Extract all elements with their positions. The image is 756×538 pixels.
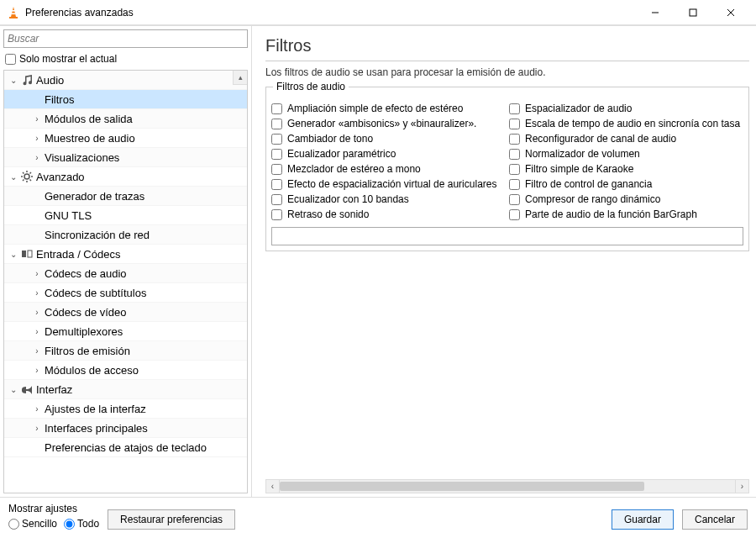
filter-checkbox[interactable]: Ecualizador paramétrico [271, 148, 506, 160]
scroll-track[interactable] [280, 479, 735, 493]
filter-checkbox-input[interactable] [509, 149, 520, 160]
close-button[interactable] [711, 1, 749, 24]
save-button[interactable]: Guardar [612, 509, 674, 530]
chevron-down-icon[interactable]: ⌄ [8, 172, 19, 182]
tree-item[interactable]: ›Módulos de salida [4, 109, 247, 129]
filter-checkbox[interactable]: Escala de tempo de audio en sincronía co… [509, 118, 743, 129]
horizontal-scrollbar[interactable]: ‹ › [265, 476, 749, 497]
svg-line-13 [23, 172, 24, 174]
chevron-right-icon[interactable]: › [31, 114, 43, 124]
filter-checkbox-input[interactable] [509, 209, 520, 220]
filter-checkbox-input[interactable] [271, 194, 282, 205]
chevron-right-icon[interactable]: › [31, 404, 43, 414]
filter-checkbox-input[interactable] [509, 179, 520, 190]
filter-checkbox-input[interactable] [271, 209, 282, 220]
tree-item[interactable]: Filtros [4, 90, 247, 109]
chevron-right-icon[interactable]: › [31, 269, 43, 278]
radio-all[interactable]: Todo [64, 518, 99, 530]
chevron-right-icon[interactable]: › [31, 153, 43, 162]
tree-item[interactable]: ›Códecs de vídeo [4, 303, 247, 322]
filter-checkbox[interactable]: Compresor de rango dinámico [509, 193, 743, 205]
filter-checkbox-input[interactable] [271, 149, 282, 160]
radio-all-input[interactable] [64, 519, 75, 530]
filter-checkbox-input[interactable] [509, 164, 520, 175]
search-input[interactable] [3, 29, 248, 48]
chevron-down-icon[interactable]: ⌄ [8, 76, 19, 85]
tree-item[interactable]: Generador de trazas [4, 187, 247, 206]
scroll-left-icon[interactable]: ‹ [265, 479, 280, 493]
filter-checkbox[interactable]: Retraso de sonido [271, 208, 506, 220]
tree-item[interactable]: ›Visualizaciones [4, 148, 247, 167]
divider [265, 61, 749, 61]
tree-item[interactable]: ⌄Avanzado [4, 167, 247, 187]
filter-checkbox-label: Mezclador de estéreo a mono [287, 163, 421, 175]
filter-checkbox-label: Normalizador de volumen [525, 148, 640, 160]
chevron-right-icon[interactable]: › [31, 288, 43, 298]
filter-checkbox-input[interactable] [271, 119, 282, 129]
chevron-right-icon[interactable]: › [31, 424, 43, 433]
filter-checkbox[interactable]: Espacializador de audio [509, 103, 743, 114]
tree-item[interactable]: Preferencias de atajos de teclado [4, 438, 247, 457]
filter-checkbox[interactable]: Mezclador de estéreo a mono [271, 163, 506, 175]
tree-item[interactable]: ›Interfaces principales [4, 419, 247, 438]
filter-checkbox[interactable]: Efecto de espacialización virtual de aur… [271, 178, 506, 190]
show-only-current-checkbox[interactable]: Solo mostrar el actual [0, 51, 251, 70]
tree-item[interactable]: ›Filtros de emisión [4, 341, 247, 361]
reset-preferences-button[interactable]: Restaurar preferencias [108, 509, 235, 530]
tree-item[interactable]: ⌄Interfaz [4, 380, 247, 399]
filter-checkbox-input[interactable] [509, 119, 520, 129]
radio-simple[interactable]: Sencillo [8, 518, 57, 530]
radio-simple-input[interactable] [8, 519, 19, 530]
tree-item[interactable]: ›Demultiplexores [4, 322, 247, 341]
chevron-right-icon[interactable]: › [31, 134, 43, 143]
tree-item[interactable]: ›Ajustes de la interfaz [4, 399, 247, 419]
filter-checkbox[interactable]: Reconfigurador de canal de audio [509, 133, 743, 145]
chevron-right-icon[interactable]: › [31, 346, 43, 356]
tree-item[interactable]: ⌄Entrada / Códecs [4, 245, 247, 264]
filter-checkbox-input[interactable] [509, 134, 520, 145]
filter-checkbox-input[interactable] [271, 179, 282, 190]
filter-checkbox-label: Escala de tempo de audio en sincronía co… [525, 118, 743, 129]
tree-item[interactable]: ›Códecs de audio [4, 264, 247, 283]
category-tree[interactable]: ⌄AudioFiltros›Módulos de salida›Muestreo… [4, 71, 247, 493]
tree-item[interactable]: ›Muestreo de audio [4, 129, 247, 148]
filter-checkbox[interactable]: Filtro simple de Karaoke [509, 163, 743, 175]
page-title: Filtros [265, 33, 749, 59]
filter-checkbox-input[interactable] [509, 103, 520, 114]
filter-checkbox-input[interactable] [271, 164, 282, 175]
filter-checkbox-input[interactable] [509, 194, 520, 205]
tree-item-label: Sincronización de red [43, 229, 150, 241]
filter-checkbox-input[interactable] [271, 134, 282, 145]
filter-checkbox[interactable]: Parte de audio de la función BarGraph [509, 208, 743, 220]
tree-item[interactable]: ›Códecs de subtítulos [4, 283, 247, 303]
chevron-right-icon[interactable]: › [31, 308, 43, 317]
filter-checkbox-label: Ampliación simple de efecto de estéreo [287, 103, 463, 114]
tree-item-label: Interfaces principales [43, 422, 148, 435]
chevron-right-icon[interactable]: › [31, 327, 43, 336]
filter-checkbox[interactable]: Ecualizador con 10 bandas [271, 193, 506, 205]
tree-item[interactable]: Sincronización de red [4, 225, 247, 245]
minimize-button[interactable] [636, 1, 674, 24]
filter-checkbox[interactable]: Generador «ambisonics» y «binauralizer». [271, 118, 506, 129]
content-area: Solo mostrar el actual ⌄AudioFiltros›Mód… [0, 25, 756, 497]
chevron-down-icon[interactable]: ⌄ [8, 385, 19, 394]
filter-checkbox-input[interactable] [271, 103, 282, 114]
scrollbar-up-icon[interactable]: ▴ [233, 71, 247, 85]
chevron-down-icon[interactable]: ⌄ [8, 250, 19, 259]
filter-text-input[interactable] [271, 227, 743, 245]
filter-checkbox[interactable]: Normalizador de volumen [509, 148, 743, 160]
maximize-button[interactable] [674, 1, 711, 24]
chevron-right-icon[interactable]: › [31, 366, 43, 375]
filter-checkbox[interactable]: Filtro de control de ganancia [509, 178, 743, 190]
tree-item[interactable]: ›Módulos de acceso [4, 361, 247, 380]
filter-checkbox[interactable]: Cambiador de tono [271, 133, 506, 145]
tree-item-label: Códecs de audio [43, 267, 127, 280]
tree-item[interactable]: GNU TLS [4, 206, 247, 225]
tree-item-label: GNU TLS [43, 209, 92, 222]
show-only-current-input[interactable] [5, 54, 16, 65]
scroll-right-icon[interactable]: › [735, 479, 749, 493]
scroll-thumb[interactable] [280, 482, 644, 491]
cancel-button[interactable]: Cancelar [682, 509, 748, 530]
filter-checkbox[interactable]: Ampliación simple de efecto de estéreo [271, 103, 506, 114]
tree-item[interactable]: ⌄Audio [4, 71, 247, 90]
